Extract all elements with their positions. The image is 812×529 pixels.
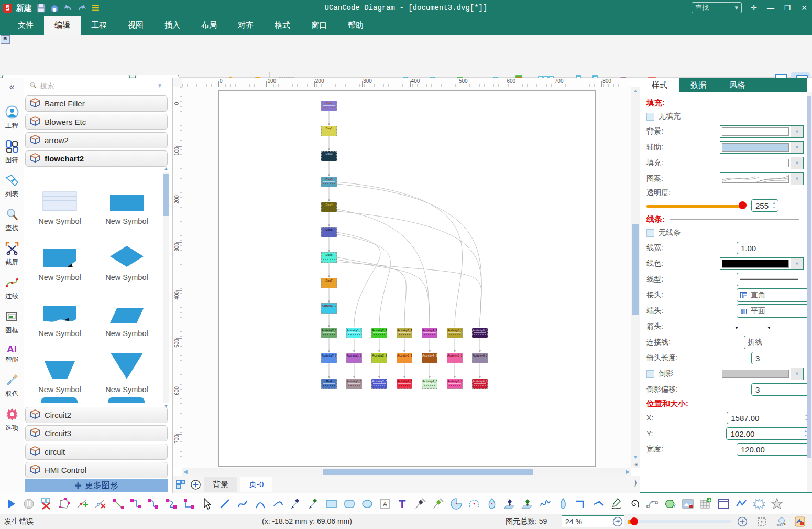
library-group-Barrel Filler[interactable]: Barrel Filler: [25, 95, 168, 112]
flow-node-Day7[interactable]: Day7: [321, 278, 337, 288]
delete-shape-tool[interactable]: [40, 497, 53, 510]
export-view-button[interactable]: [794, 516, 806, 527]
page-tab-页-0[interactable]: 页-0: [240, 477, 272, 492]
arc-small-tool[interactable]: [271, 497, 284, 510]
symbol-item[interactable]: New Symbol: [28, 227, 91, 282]
flow-node-Activity4_2[interactable]: Activity4_2: [422, 353, 437, 363]
close-button[interactable]: ✕: [799, 4, 809, 12]
pie-tool[interactable]: [449, 497, 463, 510]
library-group-flowchart2[interactable]: flowchart2: [25, 150, 168, 167]
panel-tab-样式[interactable]: 样式: [640, 78, 679, 92]
appbar-item-连续[interactable]: 连续: [5, 276, 19, 301]
bezier-handle-tool[interactable]: [645, 497, 659, 510]
save-icon[interactable]: [36, 3, 46, 13]
flow-node-Activity6_2[interactable]: Activity6_2: [472, 353, 488, 363]
appbar-item-选项[interactable]: 选项: [5, 407, 19, 433]
fill-color-select[interactable]: ▼: [720, 157, 804, 169]
edit-polygon-tool[interactable]: [58, 497, 71, 510]
canvas-vscrollbar[interactable]: ▲ ▼ ⇥: [631, 87, 640, 468]
flow-node-Activity2_2[interactable]: Activity2_2: [371, 353, 387, 363]
menu-item-格式[interactable]: 格式: [264, 16, 301, 35]
chevron-down-icon[interactable]: ▼: [791, 173, 803, 185]
curve-tool[interactable]: [236, 497, 249, 510]
zoom-in-button[interactable]: [737, 516, 748, 527]
cursor-tool[interactable]: [200, 497, 213, 510]
connector-type-select[interactable]: 折线▼: [744, 336, 807, 349]
scroll-end-icon[interactable]: ⇥: [631, 462, 640, 467]
shadow-offset-spinner[interactable]: 3▲▼: [751, 383, 807, 396]
symbol-item[interactable]: New Symbol: [28, 283, 91, 338]
no-line-checkbox[interactable]: [646, 229, 654, 237]
flow-node-Activity7_3[interactable]: Activity7_3: [321, 353, 337, 363]
hexagon-tag-tool[interactable]: 7: [663, 497, 676, 510]
burst-tool[interactable]: [752, 497, 765, 510]
chevron-down-icon[interactable]: ▼: [791, 157, 803, 169]
library-group-arrow2[interactable]: arrow2: [25, 132, 168, 148]
flow-node-Activity3_3[interactable]: Activity3_3: [397, 379, 412, 389]
pin-icon[interactable]: ✛: [749, 4, 759, 12]
node-chain3-tool[interactable]: [164, 497, 178, 510]
menu-item-工程[interactable]: 工程: [81, 16, 117, 35]
line-color-select[interactable]: ▼: [720, 257, 804, 270]
joint-select[interactable]: 直角▼: [737, 288, 807, 302]
appbar-item-查找[interactable]: 查找: [5, 208, 19, 233]
canvas-hscrollbar[interactable]: ◀ ▶: [182, 468, 631, 476]
flow-node-Start[interactable]: Start: [321, 101, 337, 111]
spinner-arrows[interactable]: ▲▼: [804, 429, 807, 437]
arrow-start-select[interactable]: ▼: [720, 323, 739, 331]
flow-node-Activity2_3[interactable]: Activity2_3: [371, 379, 387, 389]
pen-hand-green-tool[interactable]: [432, 497, 445, 510]
scrollbar-thumb[interactable]: [807, 96, 811, 458]
collapse-panel-icon[interactable]: «: [9, 82, 14, 92]
flow-node-Activity3_1[interactable]: Activity3_1: [397, 328, 412, 338]
zoom-100-button[interactable]: 100: [775, 516, 787, 527]
flow-node-Activity2_1[interactable]: Activity2_1: [371, 328, 387, 338]
chevron-down-icon[interactable]: ▾: [734, 4, 738, 12]
no-fill-checkbox[interactable]: [646, 113, 654, 121]
node-link-tool[interactable]: [111, 497, 124, 510]
node-chain2-tool[interactable]: [147, 497, 160, 510]
scrollbar-thumb[interactable]: [323, 469, 533, 475]
pause-tool[interactable]: [22, 497, 35, 510]
flow-node-Day4[interactable]: Day4: [321, 202, 337, 212]
spinner-arrows[interactable]: ▲▼: [772, 201, 776, 209]
library-group-circult[interactable]: circult: [25, 444, 168, 460]
frame-tool[interactable]: [717, 497, 730, 510]
zoom-slider[interactable]: [627, 520, 731, 523]
panel-tab-风格[interactable]: 风格: [718, 78, 756, 92]
play-tool[interactable]: [4, 497, 17, 510]
node-chain4-tool[interactable]: [182, 497, 195, 510]
symbol-item[interactable]: New Symbol: [95, 171, 158, 225]
minimize-button[interactable]: —: [766, 4, 775, 12]
x-spinner[interactable]: 1587.00▲▼: [727, 412, 807, 424]
symbol-item[interactable]: New Symbol: [95, 283, 158, 338]
flow-node-Day1[interactable]: Day1: [321, 126, 337, 136]
star-tool[interactable]: [770, 497, 783, 510]
flow-node-Day2[interactable]: Day2: [321, 151, 337, 161]
menu-item-对齐[interactable]: 对齐: [227, 16, 264, 35]
library-group-HMI Control[interactable]: HMI Control: [25, 462, 168, 478]
appbar-item-智能[interactable]: AI智能: [5, 344, 18, 364]
ellipse-tool[interactable]: [360, 497, 374, 510]
opacity-slider-knob[interactable]: [739, 201, 747, 209]
flow-node-Activity7_1[interactable]: Activity7_1: [321, 303, 337, 314]
menu-hamburger-icon[interactable]: [91, 3, 100, 13]
menu-item-帮助[interactable]: 帮助: [337, 16, 374, 35]
panel-scrollbar[interactable]: [807, 92, 812, 492]
bg-color-select[interactable]: ▼: [720, 125, 804, 138]
scroll-up-icon[interactable]: ▲: [631, 88, 640, 93]
scrollbar-thumb[interactable]: [163, 174, 169, 216]
corner-line2-tool[interactable]: [592, 497, 605, 510]
chevron-down-icon[interactable]: ▼: [157, 83, 162, 89]
flow-node-Activity1_2[interactable]: Activity1_2: [346, 353, 362, 363]
pen-fill2-tool[interactable]: [521, 497, 534, 510]
arc-tool[interactable]: [254, 497, 267, 510]
appbar-item-图框[interactable]: 图框: [5, 310, 19, 335]
flow-node-Activity5_1[interactable]: Activity5_1: [447, 328, 463, 338]
corner-line-tool[interactable]: [574, 497, 587, 510]
delete-point-tool[interactable]: [93, 497, 106, 510]
appbar-item-图符[interactable]: 图符: [5, 139, 19, 165]
node-chain-tool[interactable]: [129, 497, 142, 510]
flow-node-Day5[interactable]: Day5: [321, 227, 337, 237]
flow-node-Activity4_1[interactable]: Activity4_1: [422, 328, 437, 338]
